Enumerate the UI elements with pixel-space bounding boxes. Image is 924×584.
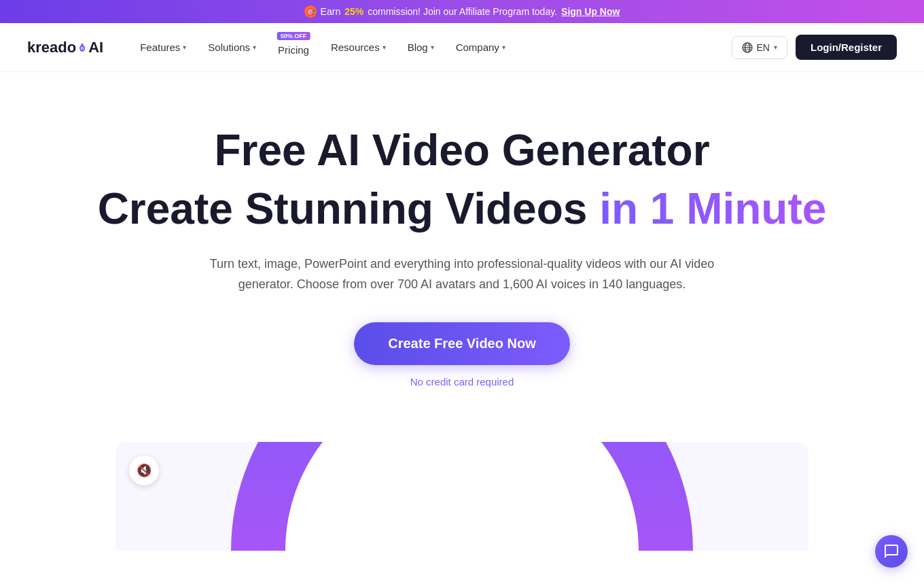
pricing-badge: 50% OFF	[277, 32, 310, 40]
hero-title-line1: Free AI Video Generator	[27, 126, 897, 174]
login-register-button[interactable]: Login/Register	[796, 35, 897, 60]
globe-icon	[742, 42, 753, 53]
chevron-down-icon: ▾	[502, 44, 505, 51]
nav-label-resources: Resources	[331, 41, 380, 53]
nav-label-pricing: Pricing	[278, 44, 309, 56]
nav-item-pricing[interactable]: 50% OFF Pricing	[268, 33, 319, 61]
chevron-down-icon: ▾	[183, 44, 186, 51]
arch-inner	[285, 442, 639, 551]
mute-icon: 🔇	[137, 463, 152, 478]
banner-suffix: commission! Join our Affiliate Program t…	[368, 6, 557, 17]
nav-item-company[interactable]: Company ▾	[446, 36, 515, 58]
hero-description: Turn text, image, PowerPoint and everyth…	[190, 254, 734, 295]
logo[interactable]: kreado AI	[27, 39, 103, 56]
banner-highlight: 25%	[344, 6, 363, 17]
navbar: kreado AI Features ▾ Solutions ▾ 50% OFF…	[0, 23, 924, 72]
svg-point-3	[82, 43, 84, 46]
hero-title-gradient: in 1 Minute	[599, 184, 826, 233]
logo-text: kreado	[27, 39, 76, 56]
nav-item-blog[interactable]: Blog ▾	[398, 36, 444, 58]
banner-signup-link[interactable]: Sign Up Now	[561, 6, 620, 17]
banner-icon: 🎯	[304, 5, 317, 18]
hero-title-plain: Create Stunning Videos	[98, 184, 588, 233]
nav-label-company: Company	[456, 41, 499, 53]
chat-widget[interactable]	[875, 535, 908, 551]
hero-section: Free AI Video Generator Create Stunning …	[0, 72, 924, 415]
nav-label-blog: Blog	[408, 41, 428, 53]
create-free-video-button[interactable]: Create Free Video Now	[354, 322, 569, 365]
logo-text-ai: AI	[88, 39, 103, 56]
banner-prefix: Earn	[321, 6, 341, 17]
video-arch	[116, 442, 808, 551]
svg-point-2	[82, 48, 83, 49]
nav-label-solutions: Solutions	[208, 41, 250, 53]
chevron-down-icon: ▾	[253, 44, 256, 51]
chevron-down-icon: ▾	[774, 44, 777, 51]
top-banner: 🎯 Earn 25% commission! Join our Affiliat…	[0, 0, 924, 23]
chevron-down-icon: ▾	[383, 44, 386, 51]
nav-item-resources[interactable]: Resources ▾	[321, 36, 395, 58]
mute-button[interactable]: 🔇	[129, 456, 159, 485]
nav-item-solutions[interactable]: Solutions ▾	[198, 36, 266, 58]
nav-item-features[interactable]: Features ▾	[130, 36, 196, 58]
nav-label-features: Features	[140, 41, 180, 53]
language-selector[interactable]: EN ▾	[732, 36, 787, 59]
no-credit-label: No credit card required	[27, 376, 897, 388]
nav-links: Features ▾ Solutions ▾ 50% OFF Pricing R…	[130, 33, 731, 61]
hero-title-line2: Create Stunning Videos in 1 Minute	[27, 185, 897, 233]
chat-icon	[883, 543, 900, 551]
chevron-down-icon: ▾	[431, 44, 434, 51]
nav-right: EN ▾ Login/Register	[732, 35, 897, 60]
video-preview-area: 🔇	[116, 442, 808, 551]
language-label: EN	[757, 42, 770, 53]
logo-eye-icon	[77, 42, 88, 53]
